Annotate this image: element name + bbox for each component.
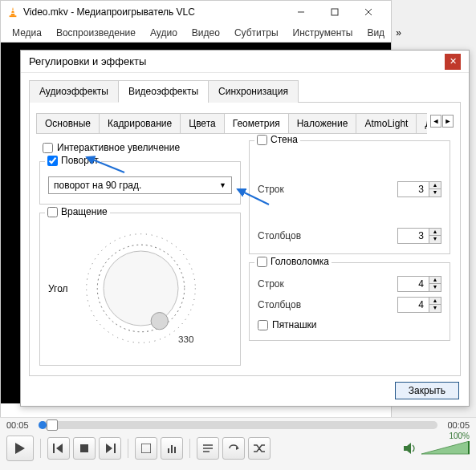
equalizer-icon: [167, 444, 177, 453]
interactive-zoom-checkbox[interactable]: Интерактивное увеличение: [43, 142, 241, 153]
wall-cols-down[interactable]: ▼: [429, 236, 441, 243]
svg-rect-1: [10, 15, 17, 17]
wall-checkbox[interactable]: [257, 135, 267, 145]
tab-video-effects[interactable]: Видеоэффекты: [118, 80, 209, 103]
wall-rows-spinner[interactable]: 3 ▲▼: [397, 181, 441, 197]
svg-rect-18: [141, 444, 151, 453]
next-button[interactable]: [99, 437, 121, 460]
puzzle-checkbox[interactable]: [257, 257, 267, 267]
fullscreen-icon: [141, 444, 151, 453]
subtab-overlay[interactable]: Наложение: [288, 113, 357, 134]
wall-rows-label: Строк: [258, 184, 284, 195]
wall-cols-label: Столбцов: [258, 230, 301, 241]
ext-settings-button[interactable]: [161, 437, 183, 460]
volume-slider[interactable]: 100%: [421, 441, 470, 456]
seek-bar[interactable]: [39, 421, 437, 429]
stop-icon: [80, 444, 88, 452]
playlist-button[interactable]: [197, 437, 219, 460]
puzzle-rows-up[interactable]: ▲: [429, 277, 441, 284]
svg-rect-21: [174, 447, 176, 453]
puzzle-rows-value: 4: [398, 278, 429, 290]
puzzle-cols-spinner[interactable]: 4 ▲▼: [397, 297, 441, 313]
rotation-checkbox[interactable]: [47, 207, 58, 217]
close-button[interactable]: Закрыть: [395, 382, 459, 399]
menu-subtitles[interactable]: Субтитры: [228, 26, 285, 40]
rotate-label: Поворот: [61, 155, 99, 166]
chevron-down-icon: ▼: [219, 181, 226, 189]
menu-playback[interactable]: Воспроизведение: [50, 26, 142, 40]
main-tabs: Аудиоэффекты Видеоэффекты Синхронизация: [29, 79, 461, 103]
subtab-atmolight[interactable]: AtmoLight: [356, 113, 417, 134]
rotate-checkbox[interactable]: [47, 156, 58, 166]
puzzle-cols-down[interactable]: ▼: [429, 305, 441, 312]
puzzle-cols-up[interactable]: ▲: [429, 298, 441, 305]
subtab-scroll-left[interactable]: ◄: [430, 115, 441, 128]
titlebar: Video.mkv - Медиапроигрыватель VLC: [1, 1, 391, 23]
subtab-basic[interactable]: Основные: [36, 113, 100, 134]
subtab-crop[interactable]: Кадрирование: [99, 113, 181, 134]
stop-button[interactable]: [73, 437, 96, 460]
dialog-close-button[interactable]: ✕: [445, 54, 461, 70]
menu-overflow[interactable]: »: [393, 26, 405, 40]
menu-audio[interactable]: Аудио: [144, 26, 184, 40]
interactive-zoom-check[interactable]: [43, 143, 53, 153]
subtab-colors[interactable]: Цвета: [180, 113, 224, 134]
sub-tabs: Основные Кадрирование Цвета Геометрия На…: [36, 112, 427, 134]
tab-audio-effects[interactable]: Аудиоэффекты: [29, 80, 119, 103]
wall-cols-up[interactable]: ▲: [429, 229, 441, 236]
puzzle-rows-spinner[interactable]: 4 ▲▼: [397, 276, 441, 292]
puzzle-group: Головоломка Строк 4 ▲▼ Столбцов: [249, 262, 450, 341]
menubar: Медиа Воспроизведение Аудио Видео Субтит…: [1, 23, 391, 43]
menu-view[interactable]: Вид: [360, 26, 391, 40]
menu-tools[interactable]: Инструменты: [287, 26, 360, 40]
vlc-cone-icon: [7, 6, 18, 18]
svg-rect-15: [80, 444, 88, 452]
seek-thumb[interactable]: [47, 419, 58, 431]
maximize-button[interactable]: [319, 2, 351, 22]
svg-point-11: [151, 313, 168, 330]
fifteen-label: Пятнашки: [272, 319, 317, 330]
svg-rect-2: [11, 10, 14, 10]
volume-percent: 100%: [449, 432, 470, 440]
menu-media[interactable]: Медиа: [6, 26, 48, 40]
fullscreen-button[interactable]: [135, 437, 157, 460]
subtab-scroll-right[interactable]: ►: [442, 115, 454, 128]
tab-sync[interactable]: Синхронизация: [208, 80, 299, 103]
svg-marker-16: [106, 444, 112, 453]
dialog-title: Регулировки и эффекты: [29, 55, 445, 67]
subtab-more[interactable]: Д: [416, 113, 427, 134]
svg-marker-12: [15, 443, 25, 454]
play-button[interactable]: [6, 436, 34, 461]
wall-group: Стена Строк 3 ▲▼ Столбцов 3: [249, 140, 450, 254]
rotate-combo[interactable]: поворот на 90 град. ▼: [48, 176, 232, 194]
wall-cols-spinner[interactable]: 3 ▲▼: [397, 228, 441, 244]
puzzle-rows-down[interactable]: ▼: [429, 284, 441, 291]
menu-video[interactable]: Видео: [185, 26, 226, 40]
shuffle-button[interactable]: [248, 437, 271, 460]
wall-label: Стена: [271, 134, 298, 145]
wall-rows-value: 3: [398, 184, 429, 195]
rotation-label: Вращение: [61, 206, 108, 217]
fifteen-checkbox-row[interactable]: Пятнашки: [258, 319, 441, 330]
svg-marker-26: [404, 443, 411, 454]
next-icon: [104, 444, 116, 453]
puzzle-cols-label: Столбцов: [258, 299, 301, 310]
time-total: 00:05: [442, 420, 470, 430]
loop-button[interactable]: [222, 437, 245, 460]
puzzle-rows-label: Строк: [258, 278, 284, 290]
wall-rows-up[interactable]: ▲: [429, 182, 441, 189]
close-window-button[interactable]: [352, 2, 384, 22]
svg-point-10: [104, 251, 178, 326]
loop-icon: [228, 444, 239, 453]
seek-fill: [39, 421, 47, 429]
dialog-titlebar: Регулировки и эффекты ✕: [21, 51, 469, 73]
fifteen-checkbox[interactable]: [258, 320, 268, 330]
subtab-geometry[interactable]: Геометрия: [224, 113, 289, 134]
speaker-icon[interactable]: [404, 443, 417, 454]
minimize-button[interactable]: [285, 2, 317, 22]
prev-button[interactable]: [47, 437, 70, 460]
interactive-zoom-label: Интерактивное увеличение: [57, 142, 180, 153]
wall-rows-down[interactable]: ▼: [429, 189, 441, 197]
svg-rect-28: [468, 441, 470, 454]
rotation-dial[interactable]: 330: [79, 226, 203, 350]
